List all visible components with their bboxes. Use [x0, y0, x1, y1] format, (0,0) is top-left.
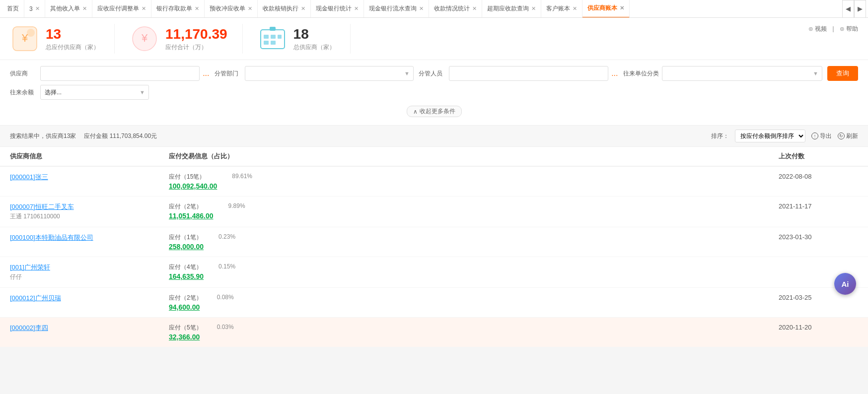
supplier-filter-label: 供应商	[10, 69, 37, 78]
nav-tab-overdue-ar[interactable]: 超期应收款查询 ✕	[482, 0, 541, 18]
transaction-1: 应付（15笔） 100,092,540.00 89.61%	[169, 173, 779, 190]
nav-tab-customer-book-label: 客户账本	[546, 4, 570, 13]
nav-tab-ar-ap-adjust[interactable]: 应收应付调整单 ✕	[92, 0, 151, 18]
close-icon[interactable]: ✕	[248, 5, 252, 12]
ai-button-container: Ai	[834, 273, 856, 295]
nav-tab-home[interactable]: 首页	[2, 0, 24, 18]
nav-tab-cash-bank-stat[interactable]: 现金银行统计 ✕	[311, 0, 364, 18]
trans-percent-4: 0.15%	[218, 263, 235, 270]
nav-tab-3[interactable]: 3 ✕	[24, 0, 45, 18]
last-payment-5: 2021-03-25	[779, 294, 858, 301]
close-icon[interactable]: ✕	[620, 5, 624, 11]
supplier-link-5[interactable]: [000012]广州贝瑞	[10, 294, 169, 303]
top-navigation: 首页 3 ✕ 其他收入单 ✕ 应收应付调整单 ✕ 银行存取款单 ✕ 预收冲应收单…	[0, 0, 868, 18]
supplier-dots[interactable]: ...	[203, 69, 209, 77]
query-button[interactable]: 查询	[827, 66, 858, 81]
balance-filter-label: 往来余额	[10, 88, 37, 97]
filter-row-1: 供应商 ... 分管部门 ▼ 分管人员 ... 往来单位分类	[10, 66, 858, 81]
close-icon[interactable]: ✕	[142, 5, 146, 12]
nav-tab-prepay-ar[interactable]: 预收冲应收单 ✕	[205, 0, 258, 18]
trans-amount-1[interactable]: 100,092,540.00	[169, 182, 217, 190]
supplier-link-4[interactable]: [001]广州荣轩	[10, 263, 169, 272]
unit-type-select-wrapper: ▼	[662, 66, 823, 81]
close-icon[interactable]: ✕	[35, 5, 40, 12]
collapse-button[interactable]: ∧ 收起更多条件	[407, 106, 462, 117]
nav-tab-other-income-label: 其他收入单	[50, 4, 80, 13]
close-icon[interactable]: ✕	[472, 5, 477, 12]
refresh-button[interactable]: ↻ 刷新	[838, 132, 858, 140]
supplier-filter-input[interactable]	[40, 66, 200, 81]
trans-amount-5[interactable]: 94,600.00	[169, 303, 202, 311]
trans-amount-2[interactable]: 11,051,486.00	[169, 212, 214, 220]
close-icon[interactable]: ✕	[419, 5, 424, 12]
supplier-code-4: [001]	[10, 263, 24, 271]
trans-percent-2: 9.89%	[228, 202, 245, 209]
supplier-name-5: 广州贝瑞	[35, 294, 61, 302]
sort-select[interactable]: 按应付余额倒序排序	[735, 130, 805, 142]
transaction-4: 应付（4笔） 164,635.90 0.15%	[169, 263, 779, 280]
export-icon: ↑	[811, 132, 818, 139]
filter-supplier: 供应商 ...	[10, 66, 210, 81]
nav-tab-prepay-ar-label: 预收冲应收单	[210, 4, 245, 13]
trans-amount-3[interactable]: 258,000.00	[169, 243, 204, 251]
trans-amount-6[interactable]: 32,366.00	[169, 333, 202, 341]
transaction-5: 应付（2笔） 94,600.00 0.08%	[169, 294, 779, 311]
table-row: [001]广州荣轩 仔仔 应付（4笔） 164,635.90 0.15%	[0, 257, 868, 288]
sort-label: 排序：	[711, 132, 729, 140]
transaction-6: 应付（5笔） 32,366.00 0.03%	[169, 324, 779, 341]
nav-tab-supplier-book[interactable]: 供应商账本 ✕	[582, 0, 630, 18]
person-filter-input[interactable]	[449, 66, 608, 81]
supplier-name-2: 恒旺二手叉车	[35, 203, 74, 210]
nav-tab-bank-deposit[interactable]: 银行存取款单 ✕	[151, 0, 205, 18]
dept-filter-label: 分管部门	[215, 69, 242, 78]
dept-select[interactable]	[245, 66, 414, 81]
nav-tab-ar-ap-adjust-label: 应收应付调整单	[97, 4, 139, 13]
stat-ap-suppliers-text: 13 总应付供应商（家）	[46, 26, 99, 52]
close-icon[interactable]: ✕	[531, 5, 536, 12]
supplier-code-1: [000001]	[10, 173, 35, 181]
supplier-link-1[interactable]: [000001]张三	[10, 173, 169, 182]
close-icon[interactable]: ✕	[354, 5, 359, 12]
ap-suppliers-icon: ¥	[10, 24, 40, 54]
supplier-link-6[interactable]: [000002]李四	[10, 324, 169, 332]
close-icon[interactable]: ✕	[301, 5, 305, 12]
balance-select[interactable]: 选择...	[40, 85, 149, 100]
ai-button[interactable]: Ai	[834, 273, 856, 295]
trans-amount-4[interactable]: 164,635.90	[169, 272, 204, 280]
close-icon[interactable]: ✕	[573, 5, 577, 12]
export-button[interactable]: ↑ 导出	[811, 132, 832, 140]
filter-area: 供应商 ... 分管部门 ▼ 分管人员 ... 往来单位分类	[0, 60, 868, 126]
supplier-info-3: [000100]本特勤油品有限公司	[10, 233, 169, 242]
filter-row-2: 往来余额 选择... ▼	[10, 85, 858, 100]
supplier-name-1: 张三	[35, 173, 48, 181]
close-icon[interactable]: ✕	[82, 5, 87, 12]
trans-detail-6: 应付（5笔） 32,366.00	[169, 324, 202, 341]
nav-tab-other-income[interactable]: 其他收入单 ✕	[45, 0, 92, 18]
supplier-link-3[interactable]: [000100]本特勤油品有限公司	[10, 233, 169, 242]
unit-type-select[interactable]	[662, 66, 823, 81]
nav-tab-cash-flow[interactable]: 现金银行流水查询 ✕	[364, 0, 429, 18]
top-right-links: ⊙ 视频 ｜ ⊙ 帮助	[808, 25, 858, 33]
nav-tab-receipt-stat[interactable]: 收款情况统计 ✕	[429, 0, 482, 18]
transaction-2: 应付（2笔） 11,051,486.00 9.89%	[169, 202, 779, 220]
stat-total-suppliers-number: 18	[293, 26, 335, 43]
table-row: [000002]李四 应付（5笔） 32,366.00 0.03% 2020-1…	[0, 318, 868, 347]
nav-tab-customer-book[interactable]: 客户账本 ✕	[541, 0, 582, 18]
export-label: 导出	[820, 132, 832, 140]
ap-amount-icon: ¥	[130, 24, 159, 54]
svg-rect-5	[261, 30, 285, 49]
video-link[interactable]: ⊙ 视频	[808, 25, 829, 32]
nav-tab-receipt-verify[interactable]: 收款核销执行 ✕	[258, 0, 311, 18]
nav-tab-overdue-ar-label: 超期应收款查询	[487, 4, 529, 13]
summary-left: 搜索结果中，供应商13家 应付金额 111,703,854.00元	[10, 132, 157, 140]
supplier-link-2[interactable]: [000007]恒旺二手叉车	[10, 202, 169, 211]
help-link[interactable]: ⊙ 帮助	[840, 25, 858, 32]
stat-ap-amount-label: 应付合计（万）	[165, 43, 227, 52]
nav-next-arrow[interactable]: ▶	[854, 0, 866, 18]
nav-prev-arrow[interactable]: ◀	[842, 0, 854, 18]
person-dots[interactable]: ...	[611, 69, 618, 77]
close-icon[interactable]: ✕	[195, 5, 199, 12]
svg-rect-9	[264, 41, 269, 45]
unit-type-filter-label: 往来单位分类	[623, 69, 659, 78]
last-payment-2: 2021-11-17	[779, 202, 858, 210]
